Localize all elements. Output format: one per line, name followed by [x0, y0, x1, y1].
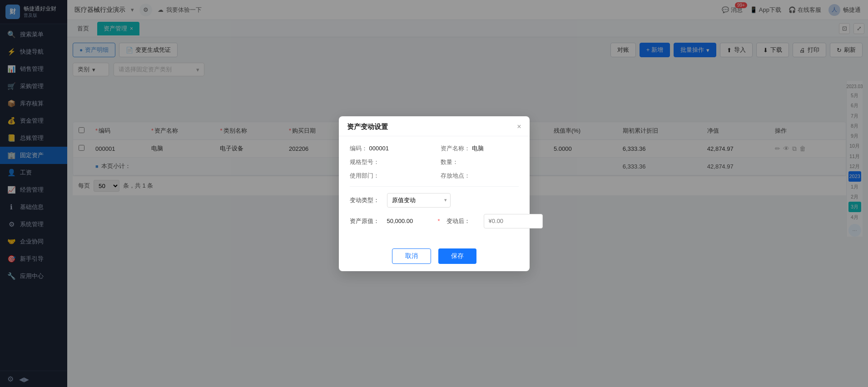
dialog-code-field: 编码： 000001: [350, 144, 432, 153]
save-button[interactable]: 保存: [438, 248, 476, 264]
dialog-name-field: 资产名称： 电脑: [441, 144, 522, 153]
dialog-name-value: 电脑: [472, 144, 484, 153]
required-star: *: [438, 218, 440, 224]
dialog-divider: [350, 186, 519, 187]
dialog-original-value-display: 50,000.00: [387, 218, 432, 224]
dialog-change-type-label: 变动类型：: [350, 196, 382, 204]
dialog-header: 资产变动设置 ×: [339, 116, 530, 136]
dialog-change-type-row: 变动类型： 原值变动 折旧方法变动 残值率变动 ▾: [350, 193, 519, 208]
dialog-after-input[interactable]: [484, 214, 543, 228]
save-label: 保存: [451, 252, 464, 259]
dialog-value-row: 资产原值： 50,000.00 * 变动后：: [350, 214, 519, 228]
dialog-overlay: 资产变动设置 × 编码： 000001 资产名称： 电脑 规格型号：: [0, 0, 868, 387]
dialog-change-type-select-wrap: 原值变动 折旧方法变动 残值率变动 ▾: [387, 193, 451, 208]
dialog-quantity-field: 数量：: [441, 158, 522, 166]
dialog-original-value-label: 资产原值：: [350, 217, 382, 225]
cancel-label: 取消: [405, 252, 418, 259]
dialog-code-label: 编码：: [350, 144, 367, 153]
dialog-quantity-label: 数量：: [441, 158, 458, 166]
dialog-info-row-1: 编码： 000001 资产名称： 电脑: [350, 144, 519, 153]
dialog-spec-field: 规格型号：: [350, 158, 432, 166]
dialog-info-row-2: 规格型号： 数量：: [350, 158, 519, 166]
dialog-dept-label: 使用部门：: [350, 172, 379, 180]
asset-change-dialog: 资产变动设置 × 编码： 000001 资产名称： 电脑 规格型号：: [339, 116, 530, 271]
dialog-info-row-3: 使用部门： 存放地点：: [350, 172, 519, 180]
dialog-after-label: 变动后：: [446, 217, 478, 225]
dialog-body: 编码： 000001 资产名称： 电脑 规格型号： 数量：: [339, 136, 530, 243]
dialog-code-value: 000001: [369, 145, 389, 152]
dialog-title: 资产变动设置: [347, 123, 388, 131]
dialog-name-label: 资产名称：: [441, 144, 470, 153]
change-type-select[interactable]: 原值变动 折旧方法变动 残值率变动: [387, 193, 451, 208]
dialog-location-field: 存放地点：: [441, 172, 522, 180]
dialog-dept-field: 使用部门：: [350, 172, 432, 180]
cancel-button[interactable]: 取消: [392, 248, 431, 264]
dialog-spec-label: 规格型号：: [350, 158, 379, 166]
dialog-location-label: 存放地点：: [441, 172, 470, 180]
dialog-footer: 取消 保存: [339, 243, 530, 271]
dialog-close-btn[interactable]: ×: [517, 123, 521, 131]
